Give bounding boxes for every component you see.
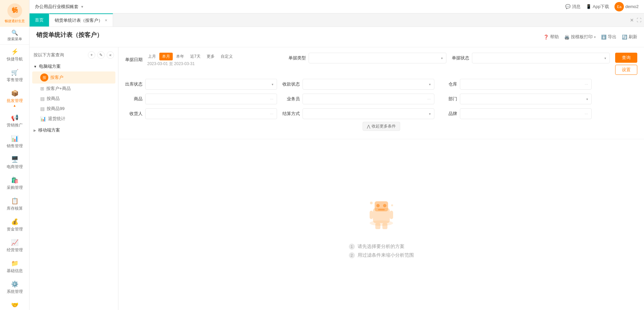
sidebar-item-operations[interactable]: 📈 经营管理: [0, 236, 29, 256]
refresh-button[interactable]: 🔄 刷新: [622, 34, 637, 40]
receiver-more-icon[interactable]: ···: [270, 111, 273, 116]
settings-button[interactable]: 设置: [615, 65, 637, 75]
date-tab-custom[interactable]: 自定义: [218, 53, 235, 60]
scheme-item-by-customer-goods[interactable]: ⊞ 按客户+商品: [32, 84, 115, 94]
sidebar-item-retail[interactable]: 🛒 零售管理: [0, 65, 29, 86]
print-label: 按模板打印: [571, 34, 593, 40]
sidebar-quicknav-label: 快捷导航: [7, 56, 23, 62]
sidebar-item-inventory[interactable]: 📋 库存核算: [0, 194, 29, 215]
collapse-filters-button[interactable]: ⋀ 收起更多条件: [363, 122, 400, 131]
warehouse-more-icon[interactable]: ···: [585, 82, 588, 87]
query-button[interactable]: 查询: [615, 53, 637, 63]
out-status-select[interactable]: ▾: [145, 79, 277, 90]
home-tab-label: 首页: [35, 17, 44, 23]
sidebar-item-finance[interactable]: 💰 资金管理: [0, 215, 29, 236]
filter-area: 单据日期 上月 本月 本年 近7天 更多 自定义 20: [118, 47, 644, 139]
hint-num-1: 1: [349, 244, 355, 250]
date-tab-this-month[interactable]: 本月: [159, 53, 173, 60]
scheme-item-by-goods[interactable]: ▤ 按商品: [32, 94, 115, 104]
hint-num-2: 2: [349, 252, 355, 258]
receipt-status-select[interactable]: ▾: [303, 79, 434, 90]
date-tab-last-7[interactable]: 近7天: [187, 53, 203, 60]
sidebar-purchase-label: 采购管理: [7, 185, 23, 191]
user-name: demo2: [625, 4, 639, 9]
print-dropdown-icon[interactable]: ▾: [594, 35, 596, 39]
sidebar-item-system[interactable]: ⚙️ 系统管理: [0, 277, 29, 298]
svg-rect-10: [375, 223, 380, 229]
sidebar-wholesale-label: 批发管理: [7, 98, 23, 104]
sidebar-search-label: 搜索菜单: [7, 37, 22, 42]
tab-home[interactable]: 首页: [30, 13, 49, 27]
goods-select[interactable]: ···: [145, 94, 277, 104]
scheme-item-by-customer[interactable]: 按 按客户: [32, 71, 115, 84]
sidebar-item-enterprise[interactable]: 🤝 企业协同: [0, 298, 29, 310]
marketing-icon: 📢: [11, 114, 18, 121]
sidebar-item-wholesale[interactable]: 📦 批发管理 ▲: [0, 86, 29, 111]
sidebar-item-ecom[interactable]: 🖥️ 电商管理: [0, 152, 29, 173]
scheme-item-label-5: 退货统计: [48, 116, 65, 122]
tab-sales-stat[interactable]: 销货单统计表（按客户） ✕: [49, 13, 113, 27]
goods-more-icon[interactable]: ···: [270, 97, 273, 101]
close-tab-icon[interactable]: ✕: [630, 17, 634, 23]
department-dropdown-icon: ▾: [586, 97, 588, 101]
date-tab-this-year[interactable]: 本年: [173, 53, 187, 60]
page-title: 销货单统计表（按客户）: [36, 31, 103, 43]
desktop-group-header[interactable]: ▼ 电脑端方案: [32, 61, 115, 71]
maximize-icon[interactable]: ⛶: [637, 17, 641, 23]
sidebar-item-sales-mgmt[interactable]: 📊 销售管理: [0, 132, 29, 152]
department-select[interactable]: ▾: [460, 94, 592, 104]
settlement-dropdown-icon: ▾: [429, 112, 431, 116]
export-button[interactable]: ⬇️ 导出: [601, 34, 616, 40]
empty-robot-illustration: [361, 191, 401, 231]
edit-icon: ✎: [99, 53, 103, 57]
sidebar-item-purchase[interactable]: 🛍️ 采购管理: [0, 173, 29, 194]
topbar-left: 办公用品行业模拟账套 ▾: [35, 4, 83, 10]
brand-select[interactable]: ···: [460, 108, 592, 119]
scheme-item-return-stat[interactable]: 📊 退货统计: [32, 114, 115, 124]
svg-text:畅: 畅: [12, 7, 18, 13]
svg-point-12: [370, 202, 373, 204]
app-download-button[interactable]: 📱 App下载: [586, 4, 609, 10]
print-button[interactable]: 🖨️ 按模板打印 ▾: [564, 34, 596, 40]
date-tab-last-month[interactable]: 上月: [145, 53, 159, 60]
doc-type-label: 单据类型: [288, 55, 306, 61]
right-panel: 单据日期 上月 本月 本年 近7天 更多 自定义 20: [118, 47, 644, 310]
system-icon: ⚙️: [11, 280, 18, 288]
export-icon: ⬇️: [601, 35, 606, 40]
collapse-panel-button[interactable]: «: [107, 51, 114, 59]
receipt-status-dropdown-icon: ▾: [429, 83, 431, 86]
message-button[interactable]: 💬 消息: [565, 4, 581, 10]
scheme-item-by-goods-99[interactable]: ▤ 按商品99: [32, 104, 115, 114]
left-panel-header: 按以下方案查询 + ✎ «: [30, 47, 118, 61]
edit-scheme-button[interactable]: ✎: [97, 51, 105, 59]
sidebar-item-marketing[interactable]: 📢 营销推广: [0, 111, 29, 132]
mobile-group-header[interactable]: ▶ 移动端方案: [32, 125, 115, 135]
quick-nav-icon: ⚡: [11, 48, 18, 55]
doc-status-select[interactable]: ▾: [472, 53, 610, 63]
topbar: 办公用品行业模拟账套 ▾ 💬 消息 📱 App下载 Ea demo2: [30, 0, 644, 13]
tab-close-icon[interactable]: ✕: [105, 18, 107, 22]
mobile-scheme-group: ▶ 移动端方案: [30, 125, 118, 135]
user-profile-button[interactable]: Ea demo2: [614, 2, 639, 11]
help-button[interactable]: ❓ 帮助: [543, 34, 559, 40]
settlement-select[interactable]: ▾: [303, 108, 434, 119]
sales-mgmt-icon: 📊: [11, 135, 18, 142]
svg-rect-9: [390, 211, 393, 219]
basic-icon: 📁: [11, 260, 18, 267]
sidebar-item-quick-nav[interactable]: ⚡ 快捷导航: [0, 45, 29, 65]
desktop-scheme-group: ▼ 电脑端方案 按 按客户 ⊞ 按客户+商品 ▤: [30, 61, 118, 124]
receiver-select[interactable]: ···: [145, 108, 277, 119]
doc-type-select[interactable]: ▾: [309, 53, 446, 63]
brand-label: 品牌: [440, 111, 457, 117]
warehouse-select[interactable]: ···: [460, 79, 592, 90]
salesperson-select[interactable]: ···: [303, 94, 434, 104]
sidebar-item-basic[interactable]: 📁 基础信息: [0, 256, 29, 277]
date-tab-more[interactable]: 更多: [204, 53, 217, 60]
topbar-dropdown-icon[interactable]: ▾: [81, 4, 83, 9]
salesperson-more-icon[interactable]: ···: [427, 97, 431, 101]
sidebar-item-search[interactable]: 🔍 搜索菜单: [0, 27, 29, 45]
warehouse-label: 仓库: [440, 81, 457, 87]
add-scheme-button[interactable]: +: [88, 51, 95, 59]
empty-hint-1: 1 请先选择要分析的方案: [349, 244, 414, 250]
brand-more-icon[interactable]: ···: [585, 111, 588, 116]
